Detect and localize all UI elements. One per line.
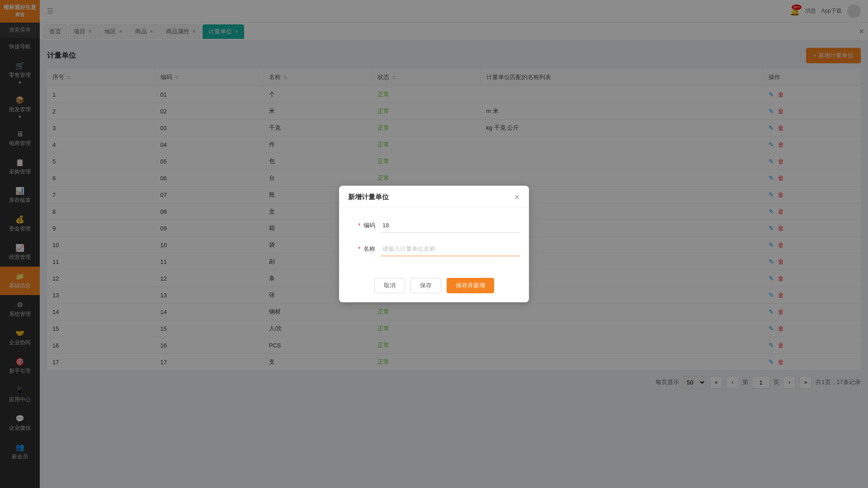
name-label: * 名称 — [348, 245, 375, 253]
modal-title: 新增计量单位 — [348, 193, 389, 202]
form-row-code: * 编码 — [348, 218, 520, 233]
form-row-name: * 名称 — [348, 242, 520, 256]
name-input[interactable] — [381, 242, 520, 256]
modal-overlay: 新增计量单位 ✕ * 编码 * 名称 取消 保存 保存并新增 — [0, 0, 868, 488]
required-star-code: * — [358, 222, 360, 229]
code-input[interactable] — [381, 218, 520, 233]
save-button[interactable]: 保存 — [410, 278, 441, 293]
modal-body: * 编码 * 名称 — [339, 207, 529, 272]
modal-header: 新增计量单位 ✕ — [339, 186, 529, 207]
cancel-button[interactable]: 取消 — [374, 278, 405, 293]
modal-footer: 取消 保存 保存并新增 — [339, 272, 529, 302]
save-and-new-button[interactable]: 保存并新增 — [447, 278, 494, 293]
modal-close-btn[interactable]: ✕ — [514, 193, 520, 202]
add-unit-modal: 新增计量单位 ✕ * 编码 * 名称 取消 保存 保存并新增 — [339, 186, 529, 302]
required-star-name: * — [358, 245, 360, 252]
code-label: * 编码 — [348, 221, 375, 230]
